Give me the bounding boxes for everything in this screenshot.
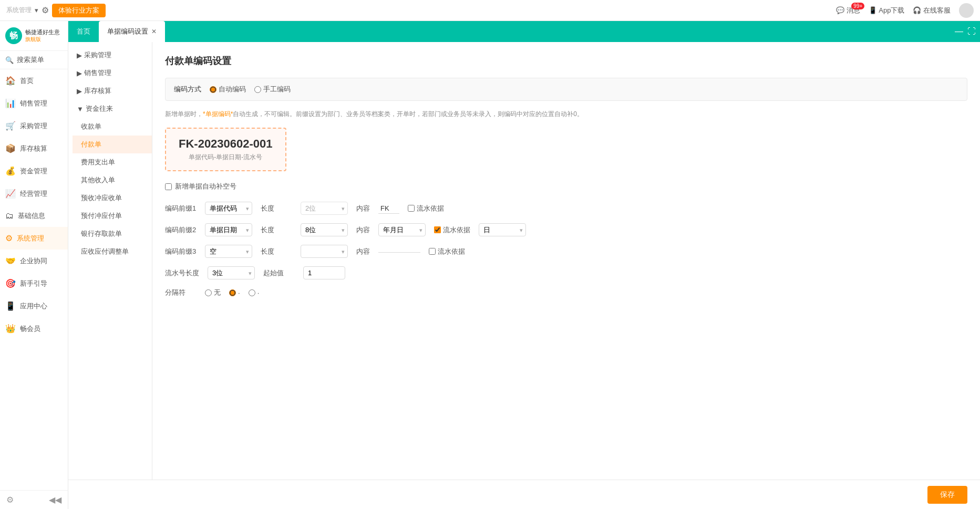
sidebar-item-home[interactable]: 🏠 首页 (0, 69, 68, 92)
separator-other-input[interactable] (249, 289, 255, 296)
tab-serial-settings[interactable]: 单据编码设置 ✕ (99, 21, 165, 42)
length2-select[interactable]: 8位 (301, 223, 348, 236)
save-button[interactable]: 保存 (927, 486, 967, 504)
manual-encode-radio[interactable]: 手工编码 (254, 85, 291, 94)
sub-nav-bank-deposit[interactable]: 银行存取款单 (73, 225, 152, 243)
other-income-label: 其他收入单 (81, 175, 115, 185)
app-download[interactable]: 📱 App下载 (869, 6, 904, 15)
collapse-icon[interactable]: ◀◀ (49, 495, 61, 505)
content2-select[interactable]: 年月日 (378, 223, 426, 236)
sidebar-item-business[interactable]: 📈 经营管理 (0, 182, 68, 205)
stream1-checkbox[interactable] (408, 205, 415, 212)
sidebar-item-label: 新手引导 (20, 279, 47, 288)
user-avatar[interactable] (959, 3, 974, 18)
sub-nav-advance-receivable[interactable]: 预收冲应收单 (73, 189, 152, 207)
separator-none-label: 无 (214, 288, 221, 297)
stream2-select[interactable]: 日 (479, 223, 526, 236)
code-preview: FK-20230602-001 单据代码-单据日期-流水号 (165, 128, 286, 171)
prefix2-select-wrapper: 单据日期 (205, 223, 252, 236)
sidebar-item-system[interactable]: ⚙ 系统管理 (0, 227, 68, 250)
stream3-checkbox-item: 流水依据 (429, 247, 465, 256)
tab-minimize-button[interactable]: — (955, 27, 963, 36)
sidebar-item-vip[interactable]: 👑 畅会员 (0, 317, 68, 340)
length2-select-wrapper: 8位 (301, 223, 348, 236)
basic-icon: 🗂 (5, 211, 14, 221)
stream2-label: 流水依据 (443, 225, 470, 235)
separator-none-input[interactable] (205, 289, 212, 296)
sidebar-item-basic[interactable]: 🗂 基础信息 (0, 205, 68, 227)
tab-home[interactable]: 首页 (68, 21, 99, 42)
finance-icon: 💰 (5, 166, 16, 176)
sub-nav-advance-payable[interactable]: 预付冲应付单 (73, 207, 152, 225)
prefix2-select[interactable]: 单据日期 (205, 223, 252, 236)
sub-nav-purchase[interactable]: ▶ 采购管理 (68, 46, 152, 64)
prefix3-label: 编码前缀3 (165, 247, 197, 256)
prefix-row-1: 编码前缀1 单据代码 长度 2位 内容 FK (165, 202, 967, 215)
sidebar-item-apps[interactable]: 📱 应用中心 (0, 295, 68, 317)
sidebar-item-label: 库存核算 (20, 144, 47, 153)
sub-nav: ▶ 采购管理 ▶ 销售管理 ▶ 库存核算 ▼ 资金往来 收款单 (68, 42, 152, 480)
sub-nav-ap-ar-adjust[interactable]: 应收应付调整单 (73, 243, 152, 261)
auto-encode-radio[interactable]: 自动编码 (210, 85, 246, 94)
sidebar-item-sales[interactable]: 📊 销售管理 (0, 92, 68, 115)
main-layout: 畅 畅捷通好生意 旗舰版 🔍 搜索菜单 🏠 首页 📊 销售管理 🛒 采购管理 (0, 21, 980, 509)
logo-text-block: 畅捷通好生意 旗舰版 (25, 28, 60, 43)
auto-encode-input[interactable] (210, 86, 216, 93)
separator-none-radio[interactable]: 无 (205, 288, 221, 297)
sub-nav-expense[interactable]: 费用支出单 (73, 153, 152, 171)
sub-nav-other-income[interactable]: 其他收入单 (73, 171, 152, 189)
sub-nav-purchase-label: 采购管理 (84, 50, 111, 60)
serial-length-select[interactable]: 3位 (208, 266, 255, 279)
separator-dot-input[interactable] (229, 289, 236, 296)
encoding-radio-group: 自动编码 手工编码 (210, 85, 291, 94)
length3-select[interactable] (301, 245, 348, 258)
sidebar-item-purchase[interactable]: 🛒 采购管理 (0, 115, 68, 137)
message-badge[interactable]: 💬 消息 99+ (836, 6, 860, 15)
sub-nav-payment[interactable]: 付款单 (73, 136, 152, 153)
prefix1-select[interactable]: 单据代码 (205, 202, 252, 215)
separator-dot-radio[interactable]: · (229, 289, 240, 297)
search-menu[interactable]: 🔍 搜索菜单 (0, 51, 68, 69)
sidebar-item-newguide[interactable]: 🎯 新手引导 (0, 272, 68, 295)
sidebar-item-finance[interactable]: 💰 资金管理 (0, 160, 68, 182)
stream2-select-wrapper: 日 (479, 223, 526, 236)
chevron-down-icon: ▼ (77, 105, 84, 113)
separator-other-radio[interactable]: · (249, 289, 260, 297)
sidebar-item-inventory[interactable]: 📦 库存核算 (0, 137, 68, 160)
prefix2-label: 编码前缀2 (165, 225, 197, 235)
length3-label: 长度 (261, 247, 292, 256)
form-area: 付款单编码设置 编码方式 自动编码 手工编码 (152, 42, 980, 480)
sub-nav-receipt[interactable]: 收款单 (73, 118, 152, 136)
sub-nav-capital-label: 资金往来 (86, 104, 113, 113)
prefix3-select[interactable]: 空 (205, 245, 252, 258)
stream3-label: 流水依据 (438, 247, 465, 256)
sidebar-item-label: 资金管理 (20, 167, 47, 176)
tab-serial-label: 单据编码设置 (107, 27, 148, 36)
sub-nav-inventory[interactable]: ▶ 库存核算 (68, 82, 152, 100)
page-title: 付款单编码设置 (165, 55, 967, 67)
online-service[interactable]: 🎧 在线客服 (913, 6, 951, 15)
encoding-label: 编码方式 (174, 85, 201, 94)
logo-text: 畅捷通好生意 (25, 28, 60, 36)
stream2-checkbox[interactable] (434, 226, 441, 233)
sub-nav-capital[interactable]: ▼ 资金往来 (68, 100, 152, 118)
payment-label: 付款单 (81, 140, 101, 149)
auto-fill-checkbox[interactable] (165, 183, 172, 190)
start-value-input[interactable] (303, 266, 345, 279)
sub-nav-sales[interactable]: ▶ 销售管理 (68, 64, 152, 82)
stream3-checkbox[interactable] (429, 248, 436, 255)
experience-button[interactable]: 体验行业方案 (52, 4, 106, 17)
tab-close-icon[interactable]: ✕ (151, 28, 157, 35)
settings-icon[interactable]: ⚙ (42, 5, 49, 15)
stream2-checkbox-item: 流水依据 (434, 225, 470, 235)
length1-select[interactable]: 2位 (301, 202, 348, 215)
sidebar-item-cooperation[interactable]: 🤝 企业协同 (0, 250, 68, 272)
tab-maximize-button[interactable]: ⛶ (967, 27, 976, 36)
manual-encode-input[interactable] (254, 86, 261, 93)
content3-value (378, 250, 420, 253)
settings-bottom-icon[interactable]: ⚙ (6, 495, 14, 505)
serial-length-label: 流水号长度 (165, 268, 199, 278)
prefix-row-3: 编码前缀3 空 长度 内容 (165, 245, 967, 258)
dropdown-button[interactable]: ▾ (35, 6, 38, 14)
sub-nav-sales-label: 销售管理 (84, 68, 111, 78)
